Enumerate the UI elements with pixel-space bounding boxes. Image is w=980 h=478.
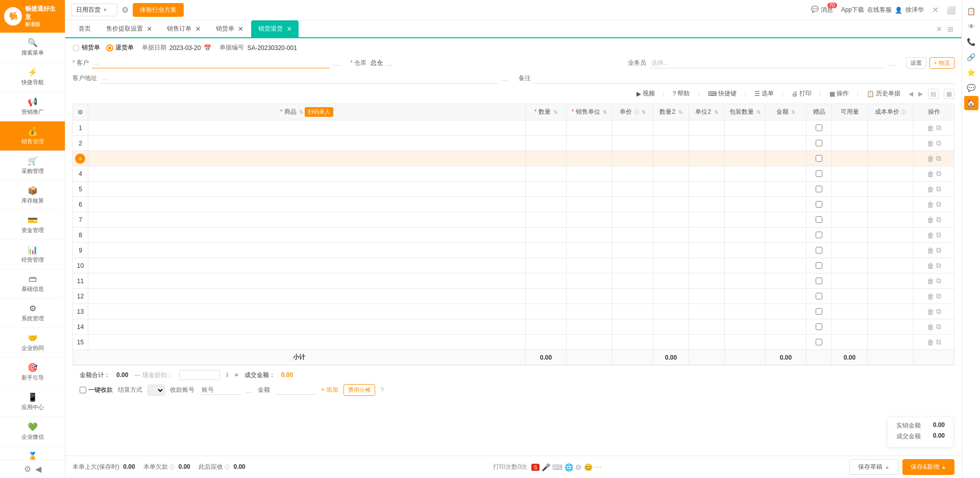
copy-icon[interactable]: ⧉: [936, 231, 941, 239]
gift-cell[interactable]: [806, 120, 832, 136]
discount-input[interactable]: [179, 370, 220, 380]
customer-input[interactable]: [92, 58, 330, 68]
copy-icon[interactable]: ⧉: [936, 322, 941, 331]
tab-close-all-icon[interactable]: ✕: [934, 23, 944, 35]
delete-icon[interactable]: 🗑: [927, 200, 934, 209]
goods-input[interactable]: [90, 155, 523, 162]
fee-split-button[interactable]: 费用分摊: [344, 384, 375, 396]
delete-icon[interactable]: 🗑: [927, 155, 934, 163]
sidebar-item-wechat[interactable]: 💚 企业微信: [0, 417, 65, 446]
sort-qty-icon[interactable]: ⇅: [553, 109, 557, 115]
sort-sale-unit-icon[interactable]: ⇅: [603, 109, 607, 115]
qty-cell[interactable]: [526, 120, 567, 136]
rp-chat-button[interactable]: 💬: [964, 81, 978, 95]
price-cell[interactable]: [612, 120, 653, 136]
window-maximize-icon[interactable]: ⬜: [947, 6, 955, 14]
available-cell[interactable]: [832, 120, 868, 136]
copy-icon[interactable]: ⧉: [936, 276, 941, 285]
sidebar-item-sales[interactable]: 💰 销售管理: [0, 121, 65, 151]
calc-method-select[interactable]: [148, 385, 165, 396]
tab-sale-goods[interactable]: 销货单 ×: [209, 20, 250, 38]
collapse-icon[interactable]: ◀: [35, 464, 41, 474]
window-close-icon[interactable]: ✕: [932, 5, 939, 15]
sale-unit-cell[interactable]: [567, 120, 612, 136]
delete-icon[interactable]: 🗑: [927, 185, 934, 193]
sort-price-icon[interactable]: ⇅: [642, 109, 646, 115]
sidebar-item-quicknav[interactable]: ⚡ 快捷导航: [0, 62, 65, 92]
sidebar-item-promotion[interactable]: 📢 营销推广: [0, 92, 65, 121]
copy-icon[interactable]: ⧉: [936, 169, 941, 178]
delete-icon[interactable]: 🗑: [927, 323, 934, 331]
copy-icon[interactable]: ⧉: [936, 200, 941, 209]
mic-icon[interactable]: 🎤: [542, 463, 550, 471]
tab-sale-price[interactable]: 售价提取设置 ×: [99, 20, 159, 38]
delete-icon[interactable]: 🗑: [927, 338, 934, 346]
topbar-gear-icon[interactable]: ⚙: [121, 5, 129, 15]
shortcut-button[interactable]: ⌨ 快捷键: [705, 88, 740, 99]
delete-icon[interactable]: 🗑: [927, 170, 934, 178]
info-icon[interactable]: ℹ: [226, 371, 229, 379]
gift-checkbox[interactable]: [816, 201, 822, 208]
info3-icon[interactable]: ⓘ: [225, 464, 230, 470]
delete-icon[interactable]: 🗑: [927, 216, 934, 224]
sort-amount-icon[interactable]: ⇅: [791, 109, 795, 115]
info2-icon[interactable]: ⓘ: [169, 464, 175, 470]
gift-checkbox[interactable]: [816, 293, 822, 299]
copy-icon[interactable]: ⧉: [936, 185, 941, 193]
one-click-checkbox[interactable]: [80, 387, 86, 393]
address-ellipsis-icon[interactable]: …: [501, 74, 508, 83]
gift-checkbox[interactable]: [816, 278, 822, 284]
add-row-button[interactable]: +: [75, 154, 85, 164]
grid-view-icon[interactable]: ▤: [928, 89, 939, 99]
more-icon[interactable]: ⋯: [595, 463, 602, 471]
sidebar-item-guide[interactable]: 🎯 新手引导: [0, 358, 65, 387]
delete-icon[interactable]: 🗑: [927, 277, 934, 285]
copy-icon[interactable]: ⧉: [936, 246, 941, 255]
sidebar-item-purchase[interactable]: 🛒 采购管理: [0, 151, 65, 181]
account-ellipsis-icon[interactable]: …: [246, 386, 253, 394]
copy-icon[interactable]: ⧉: [936, 292, 941, 300]
sort-pack-icon[interactable]: ⇅: [756, 109, 761, 115]
sidebar-item-search[interactable]: 🔍 搜索菜单: [0, 33, 65, 62]
add-logistics-button[interactable]: + 物流: [929, 57, 954, 69]
tab-close-icon[interactable]: ×: [195, 25, 200, 33]
cost-price-cell[interactable]: [868, 120, 914, 136]
one-click-pay-checkbox[interactable]: 一键收款: [80, 386, 113, 394]
rp-link-button[interactable]: 🔗: [964, 50, 978, 64]
copy-icon[interactable]: ⧉: [936, 139, 941, 147]
app-download-link[interactable]: App下载: [841, 6, 864, 14]
gift-checkbox[interactable]: [816, 155, 822, 162]
remark-input[interactable]: [534, 73, 954, 84]
select-order-button[interactable]: ☰ 选单: [751, 88, 777, 99]
rp-view-button[interactable]: 👁: [964, 19, 978, 34]
help-button[interactable]: ? 帮助: [670, 88, 693, 99]
set-button[interactable]: 设置: [906, 57, 926, 69]
delete-icon[interactable]: 🗑: [927, 124, 934, 132]
copy-icon[interactable]: ⧉: [936, 123, 941, 132]
fee-split-help-icon[interactable]: ?: [380, 387, 384, 394]
tab-close-icon[interactable]: ×: [287, 25, 291, 33]
sidebar-item-inventory[interactable]: 📦 库存核算: [0, 181, 65, 210]
sidebar-item-operations[interactable]: 📊 经营管理: [0, 240, 65, 269]
gift-checkbox[interactable]: [816, 262, 822, 269]
salesperson-input[interactable]: [649, 58, 885, 68]
account-input[interactable]: [200, 385, 240, 395]
gift-checkbox[interactable]: [816, 308, 822, 315]
copy-icon[interactable]: ⧉: [936, 338, 941, 346]
message-button[interactable]: 💬 70 消息: [811, 6, 833, 14]
copy-icon[interactable]: ⧉: [936, 215, 941, 224]
video-button[interactable]: ▶ 视频: [633, 88, 658, 99]
delete-icon[interactable]: 🗑: [927, 139, 934, 147]
scan-input-button[interactable]: 扫码录入: [305, 107, 333, 117]
radio-return-goods[interactable]: 退货单: [106, 43, 134, 52]
sidebar-item-enterprise[interactable]: 🤝 企业协同: [0, 328, 65, 358]
tab-sale-return[interactable]: 销货退货 ×: [251, 20, 299, 38]
module-selector[interactable]: 日用百货 ▼: [71, 4, 117, 16]
copy-icon[interactable]: ⧉: [936, 307, 941, 316]
tab-close-icon[interactable]: ×: [147, 25, 152, 33]
sidebar-item-system[interactable]: ⚙ 系统管理: [0, 298, 65, 328]
sort-goods-icon[interactable]: ⇅: [299, 109, 303, 115]
copy-icon[interactable]: ⧉: [936, 154, 941, 163]
goods-cell[interactable]: [88, 120, 526, 136]
prev-icon[interactable]: ◀: [909, 90, 913, 97]
